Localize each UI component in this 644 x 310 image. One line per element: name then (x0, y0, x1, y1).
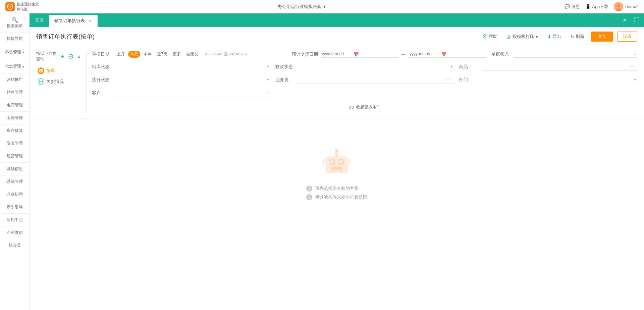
date-tab-custom[interactable]: 自定义 (184, 51, 200, 58)
sidebar-item-retail-mgmt[interactable]: 零售管理 ▾ (0, 45, 29, 59)
sidebar-item-inventory[interactable]: 库存核算 (0, 124, 29, 137)
sidebar-item-wholesale-mgmt[interactable]: 批发管理 ▴ (0, 59, 29, 73)
help-btn[interactable]: ⓪ 帮助 (480, 32, 500, 41)
sidebar-item-label-corp-wechat: 企业微信 (7, 230, 23, 236)
app-icon: 📱 (585, 4, 591, 9)
empty-state: 1 请先选择要分析的方案 2 用过滤条件来缩小分析范围 (30, 118, 644, 230)
payment-status-field: 收款状态 ▾ (275, 63, 453, 70)
tab-bar-right: ✕ ⛶ (620, 15, 644, 25)
sidebar-item-label-sys: 系统管理 (7, 179, 23, 185)
by-order-icon (38, 67, 44, 74)
main-container: 🔍 搜索菜单 快捷导航 零售管理 ▾ 批发管理 ▴ 营销推广 销售管理 电商管理… (0, 13, 644, 310)
sidebar-item-finance[interactable]: 资金管理 (0, 137, 29, 150)
exec-status-select[interactable]: ▾ (115, 76, 270, 83)
top-header: 畅捷通好生意 标准版 办公用品行业模拟账套 ▾ 💬 消息 📱 App下载 d (0, 0, 644, 13)
print-icon: 🖨 (507, 34, 511, 39)
user-avatar-btn[interactable]: demo2 (614, 2, 639, 11)
doc-status-select[interactable]: ▾ (514, 51, 637, 58)
app-download-btn[interactable]: 📱 App下载 (585, 4, 608, 10)
tab-bar: 首页 销售订单执行表 ✕ ✕ ⛶ (30, 13, 644, 27)
expected-date-from-input[interactable] (322, 52, 352, 56)
sidebar-item-app-center[interactable]: 应用中心 (0, 214, 29, 226)
department-arrow-icon: ▾ (634, 78, 636, 82)
edit-scheme-icon[interactable] (67, 53, 74, 60)
svg-point-2 (617, 4, 620, 7)
date-tab-this-month[interactable]: 本月 (128, 51, 140, 58)
industry-selector[interactable]: 办公用品行业模拟账套 ▾ (278, 4, 326, 10)
add-scheme-icon[interactable]: + (59, 53, 66, 60)
customer-ellipsis-btn[interactable]: ··· (264, 90, 271, 95)
sidebar-item-corp[interactable]: 企业协同 (0, 188, 29, 201)
product-ellipsis-btn[interactable]: ··· (629, 64, 636, 69)
payment-status-select[interactable]: ▾ (298, 63, 453, 70)
date-tab-this-year[interactable]: 本年 (142, 51, 154, 58)
user-name: demo2 (625, 4, 639, 9)
settings-btn[interactable]: 设置 (617, 32, 637, 42)
message-btn[interactable]: 💬 消息 (565, 4, 580, 10)
quick-nav[interactable]: 快捷导航 (0, 33, 29, 45)
by-order-label: 按单 (46, 68, 55, 74)
search-btn[interactable]: 查询 (591, 32, 613, 42)
sidebar-item-purchase[interactable]: 采购管理 (0, 112, 29, 124)
sidebar-item-ecommerce[interactable]: 电商管理 (0, 99, 29, 112)
empty-step-1: 1 请先选择要分析的方案 (306, 186, 367, 192)
logo-icon (5, 2, 15, 11)
filter-scheme-label: 按以下方案查询 (36, 51, 59, 62)
sidebar-item-label-marketing: 营销推广 (7, 77, 23, 83)
sidebar-item-marketing[interactable]: 营销推广 (0, 73, 29, 86)
print-btn[interactable]: 🖨 按模板打印 ▾ (504, 32, 541, 41)
tab-maximize-btn[interactable]: ⛶ (632, 15, 641, 25)
sidebar-item-sales-mgmt[interactable]: 销售管理 (0, 86, 29, 99)
refresh-icon: ↻ (571, 34, 574, 39)
sidebar-item-label-inventory: 库存核算 (7, 128, 23, 134)
sidebar-search[interactable]: 🔍 搜索菜单 (0, 13, 29, 33)
filter-area: 按以下方案查询 + « (30, 45, 644, 118)
doc-status-label: 单据状态 (491, 51, 512, 57)
export-btn[interactable]: ⬇ 导出 (545, 32, 564, 41)
expected-date-to-input[interactable] (410, 52, 440, 56)
expected-date-field: 预计交货日期 📅 — 📅 (292, 51, 486, 58)
tab-close-btn[interactable]: ✕ (87, 18, 92, 23)
scheme-by-debt[interactable]: 欠货情况 (36, 76, 82, 87)
wholesale-arrow-icon: ▴ (22, 64, 24, 68)
sidebar-item-label-finance: 资金管理 (7, 141, 23, 146)
empty-steps-list: 1 请先选择要分析的方案 2 用过滤条件来缩小分析范围 (306, 186, 367, 203)
payment-status-label: 收款状态 (275, 64, 296, 70)
refresh-btn[interactable]: ↻ 刷新 (568, 32, 587, 41)
filter-row-2: 出库状态 ▾ 收款状态 ▾ (92, 62, 637, 71)
salesperson-ellipsis-btn[interactable]: ··· (446, 77, 452, 82)
sidebar-item-member[interactable]: 畅会员 (0, 239, 29, 252)
sidebar-item-corp-wechat[interactable]: 企业微信 (0, 226, 29, 239)
logo-text: 畅捷通好生意 标准版 (17, 2, 39, 11)
date-separator: — (401, 52, 406, 57)
department-field: 部门 ▾ (459, 76, 637, 83)
page-title: 销售订单执行表(按单) (36, 33, 95, 41)
stock-status-select[interactable]: ▾ (115, 63, 270, 70)
exec-status-label: 执行状态 (92, 77, 112, 83)
expected-date-from-wrap[interactable]: 📅 (321, 51, 398, 58)
sidebar-item-basic-info[interactable]: 基础信息 (0, 163, 29, 175)
collapse-more-btn[interactable]: ∧∧ 收起更多条件 (92, 102, 637, 113)
stock-status-field: 出库状态 ▾ (92, 63, 270, 70)
content-area: 首页 销售订单执行表 ✕ ✕ ⛶ 销售订单执行表(按单) ⓪ (30, 13, 644, 310)
product-label: 商品 (459, 64, 479, 70)
date-tab-last7[interactable]: 近7天 (155, 51, 169, 58)
sidebar-item-label-ops: 经营管理 (7, 153, 23, 159)
collapse-sidebar-icon[interactable]: « (75, 53, 82, 60)
exec-status-field: 执行状态 ▾ (92, 76, 270, 83)
step-num-2: 2 (306, 194, 312, 200)
sidebar-item-newbie[interactable]: 新手引导 (0, 201, 29, 214)
sidebar-item-ops[interactable]: 经营管理 (0, 150, 29, 163)
filter-main: 单据日期 上月 本月 本年 近7天 更多 自定义 2023-03-01 至 20… (87, 51, 637, 113)
date-tab-more[interactable]: 更多 (171, 51, 183, 58)
department-select[interactable]: ▾ (482, 76, 637, 83)
expected-date-to-wrap[interactable]: 📅 (408, 51, 486, 58)
sidebar-item-sys-mgmt[interactable]: 系统管理 (0, 175, 29, 188)
tab-sales-execution[interactable]: 销售订单执行表 ✕ (49, 15, 98, 27)
date-tab-last-month[interactable]: 上月 (115, 51, 127, 58)
tab-home[interactable]: 首页 (30, 13, 49, 27)
scheme-by-order[interactable]: 按单 (36, 65, 82, 76)
doc-date-label: 单据日期 (92, 51, 112, 57)
doc-status-field: 单据状态 ▾ (491, 51, 637, 58)
tab-minimize-btn[interactable]: ✕ (620, 15, 629, 25)
